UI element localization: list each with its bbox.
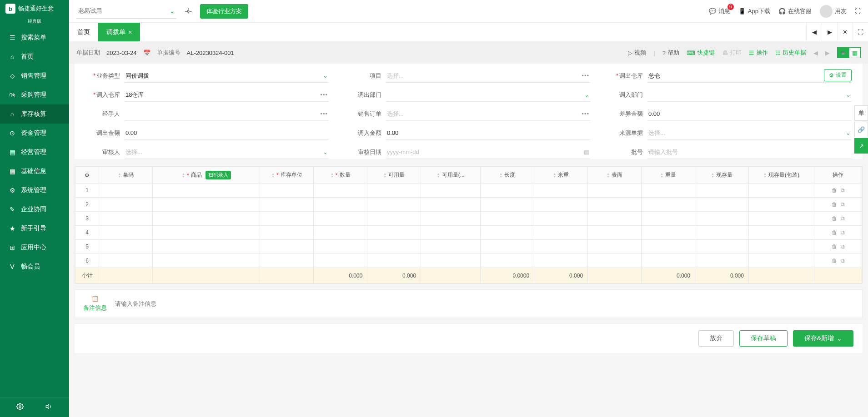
shortcuts-button[interactable]: ⌨ 快捷键 — [687, 49, 715, 57]
calendar-icon[interactable]: 📅 — [143, 50, 151, 56]
sidebar-item-8[interactable]: ⚙系统管理 — [0, 181, 69, 200]
col-header-11[interactable]: ▲▼现存量(包装) — [748, 167, 814, 184]
field-input-out_wh[interactable]: 总仓••• — [647, 69, 852, 83]
user-menu[interactable]: 用友 — [820, 5, 847, 18]
tab-0[interactable]: 首页 — [69, 23, 98, 41]
table-row[interactable]: 3🗑⧉ — [75, 212, 862, 226]
tenant-select[interactable]: 老易试用 ⌄ — [76, 4, 176, 19]
side-doc-button[interactable]: 单 — [854, 105, 868, 121]
sort-icon: ▲▼ — [271, 173, 275, 178]
expand-icon[interactable]: ⛶ — [855, 8, 861, 15]
experience-plan-button[interactable]: 体验行业方案 — [200, 4, 248, 19]
delete-row-icon[interactable]: 🗑 — [832, 243, 837, 250]
field-input-diff_amount[interactable]: 0.00 — [647, 107, 852, 121]
field-input-in_amount[interactable]: 0.00 — [386, 126, 590, 140]
app-download-button[interactable]: 📱 App下载 — [738, 7, 770, 15]
col-header-8[interactable]: ▲▼表面 — [588, 167, 642, 184]
field-input-auditor[interactable]: 选择...⌄ — [125, 145, 329, 159]
field-label: 调入金额 — [347, 129, 386, 137]
table-row[interactable]: 1🗑⧉ — [75, 184, 862, 198]
side-attach-button[interactable]: 🔗 — [854, 122, 868, 137]
apps-icon: ⊞ — [8, 243, 16, 252]
settings-gear-icon[interactable] — [16, 403, 24, 412]
field-input-source_doc[interactable]: 选择...⌄ — [647, 126, 852, 140]
field-input-in_dept[interactable]: ⌄ — [647, 88, 852, 102]
close-icon[interactable]: × — [128, 29, 132, 36]
field-input-biz_type[interactable]: 同价调拨⌄ — [125, 69, 329, 83]
table-row[interactable]: 4🗑⧉ — [75, 226, 862, 240]
field-input-in_wh[interactable]: 18仓库••• — [125, 88, 329, 102]
copy-row-icon[interactable]: ⧉ — [841, 258, 845, 264]
copy-row-icon[interactable]: ⧉ — [841, 215, 845, 222]
col-header-6[interactable]: ▲▼长度 — [481, 167, 534, 184]
delete-row-icon[interactable]: 🗑 — [832, 201, 837, 208]
field-input-out_dept[interactable]: ⌄ — [386, 88, 590, 102]
side-expand-button[interactable]: ↗ — [854, 138, 868, 154]
doc-date-value[interactable]: 2023-03-24 — [106, 50, 137, 56]
copy-row-icon[interactable]: ⧉ — [841, 201, 845, 208]
tenant-settings-button[interactable] — [182, 5, 195, 18]
save-draft-button[interactable]: 保存草稿 — [739, 330, 788, 347]
delete-row-icon[interactable]: 🗑 — [832, 258, 837, 264]
field-input-out_amount[interactable]: 0.00 — [125, 126, 329, 140]
field-input-project[interactable]: 选择...••• — [386, 69, 590, 83]
sidebar-item-2[interactable]: ◇销售管理 — [0, 66, 69, 85]
scan-entry-tag[interactable]: 扫码录入 — [206, 171, 231, 179]
sidebar-item-5[interactable]: ⊙资金管理 — [0, 124, 69, 143]
tab-1[interactable]: 调拨单× — [98, 23, 140, 41]
col-header-4[interactable]: ▲▼可用量 — [367, 167, 421, 184]
sidebar-item-10[interactable]: ★新手引导 — [0, 219, 69, 238]
tab-fullscreen-button[interactable]: ⛶ — [853, 23, 868, 42]
copy-row-icon[interactable]: ⧉ — [841, 243, 845, 250]
col-header-7[interactable]: ▲▼米重 — [534, 167, 588, 184]
copy-row-icon[interactable]: ⧉ — [841, 187, 845, 194]
sidebar-item-3[interactable]: 🛍采购管理 — [0, 85, 69, 104]
sidebar-item-9[interactable]: ✎企业协同 — [0, 200, 69, 219]
view-list-button[interactable]: ≡ — [837, 47, 849, 58]
sidebar-item-1[interactable]: ⌂首页 — [0, 47, 69, 66]
sidebar-item-7[interactable]: ▦基础信息 — [0, 162, 69, 181]
form-settings-button[interactable]: ⚙ 设置 — [824, 69, 852, 81]
history-button[interactable]: ☷ 历史单据 — [775, 49, 806, 57]
delete-row-icon[interactable]: 🗑 — [832, 187, 837, 194]
field-out_amount: 调出金额 0.00 — [85, 126, 329, 140]
col-header-0[interactable]: ▲▼条码 — [99, 167, 153, 184]
delete-row-icon[interactable]: 🗑 — [832, 229, 837, 236]
save-new-button[interactable]: 保存&新增 ⌄ — [793, 330, 853, 347]
gear-icon[interactable]: ⚙ — [85, 172, 90, 179]
col-header-10[interactable]: ▲▼现存量 — [695, 167, 749, 184]
video-button[interactable]: ▷ 视频 — [628, 49, 646, 57]
table-row[interactable]: 6🗑⧉ — [75, 254, 862, 268]
sidebar-item-11[interactable]: ⊞应用中心 — [0, 238, 69, 257]
field-label: 销售订单 — [347, 110, 386, 118]
field-input-handler[interactable]: ••• — [125, 107, 329, 121]
sidebar-item-4[interactable]: ⌂库存核算 — [0, 104, 69, 124]
col-header-3[interactable]: ▲▼*数量 — [314, 167, 367, 184]
sidebar-item-12[interactable]: V畅会员 — [0, 257, 69, 276]
col-header-9[interactable]: ▲▼重量 — [642, 167, 695, 184]
operate-button[interactable]: ☰ 操作 — [749, 49, 768, 57]
help-button[interactable]: ? 帮助 — [662, 49, 679, 57]
delete-row-icon[interactable]: 🗑 — [832, 215, 837, 222]
discard-button[interactable]: 放弃 — [698, 330, 734, 347]
field-input-sales_order[interactable]: 选择...••• — [386, 107, 590, 121]
remarks-input[interactable] — [115, 297, 854, 311]
copy-row-icon[interactable]: ⧉ — [841, 229, 845, 236]
sidebar-item-6[interactable]: ▤经营管理 — [0, 143, 69, 162]
support-button[interactable]: 🎧 在线客服 — [778, 7, 812, 15]
volume-icon[interactable] — [45, 403, 53, 412]
tab-next-button[interactable]: ▶ — [822, 23, 837, 42]
tab-close-all-button[interactable]: ✕ — [837, 23, 853, 42]
col-header-2[interactable]: ▲▼*库存单位 — [260, 167, 314, 184]
table-row[interactable]: 2🗑⧉ — [75, 198, 862, 212]
view-grid-button[interactable]: ▦ — [849, 47, 861, 58]
tab-prev-button[interactable]: ◀ — [806, 23, 822, 42]
field-input-audit_date[interactable]: yyyy-mm-dd▦ — [386, 145, 590, 159]
field-input-batch_no[interactable]: 请输入批号 — [647, 145, 852, 159]
col-header-12[interactable]: 操作 — [814, 167, 862, 184]
table-row[interactable]: 5🗑⧉ — [75, 240, 862, 254]
sidebar-item-0[interactable]: ☰搜索菜单 — [0, 28, 69, 47]
col-header-1[interactable]: ▲▼*商品扫码录入 — [153, 167, 260, 184]
col-header-5[interactable]: ▲▼可用量(... — [421, 167, 481, 184]
messages-button[interactable]: 💬 消息 6 — [709, 7, 730, 15]
